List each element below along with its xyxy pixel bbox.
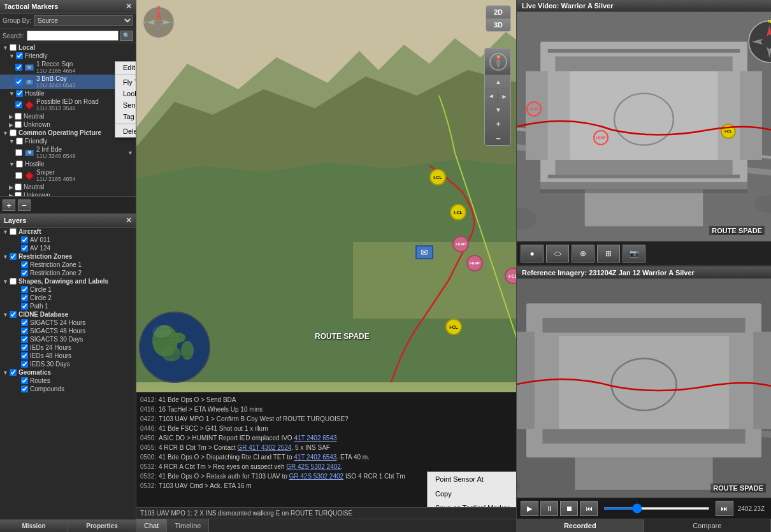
view-toggle[interactable]: 2D 3D [486,5,511,32]
av011-checkbox[interactable] [21,236,28,243]
tab-compare[interactable]: Compare [644,519,772,532]
cop-friendly-expand[interactable]: ▼ [9,138,15,145]
nav-up-btn[interactable]: ▲ [485,75,511,89]
local-hostile-expand[interactable]: ▼ [9,90,15,97]
shapes-checkbox[interactable] [10,278,17,285]
tree-local[interactable]: ▼ Local [0,43,136,52]
tree-cop-unknown[interactable]: ▶ Unknown [0,191,136,196]
log-link-3[interactable]: 41T 2402 6543 [294,454,336,461]
sigacts48-checkbox[interactable] [21,327,28,334]
layers-sigacts48[interactable]: ▶ SIGACTS 48 Hours [0,327,136,335]
local-hostile-checkbox[interactable] [16,90,23,97]
av124-checkbox[interactable] [21,245,28,252]
cop-hostile-checkbox[interactable] [16,161,23,168]
sigacts30-checkbox[interactable] [21,336,28,343]
nav-down-btn[interactable]: ▼ [485,103,511,117]
geomatics-checkbox[interactable] [10,369,17,376]
local-expand[interactable]: ▼ [3,45,8,51]
layers-restriction-zones[interactable]: ▼ Restriction Zones [0,252,136,261]
marker-iexp1[interactable]: I-EXP [452,236,469,252]
ied-checkbox[interactable] [15,101,22,108]
log-link-4[interactable]: GR 42S 5302 2402 [286,463,341,470]
local-unknown-expand[interactable]: ▶ [9,122,13,128]
restriction-zones-checkbox[interactable] [10,253,17,260]
layers-shapes[interactable]: ▼ Shapes, Drawings and Labels [0,277,136,285]
local-unknown-checkbox[interactable] [15,121,22,128]
layers-compounds[interactable]: ▶ Compounds [0,385,136,393]
layers-close[interactable]: ✕ [126,216,132,225]
vid-play-btn[interactable]: ▶ [521,501,538,516]
cop-hostile-expand[interactable]: ▼ [9,161,15,168]
sensor-btn-circle[interactable]: ● [521,245,544,262]
sensor-btn-crosshair[interactable]: ⊕ [572,245,594,262]
marker-icl2[interactable]: I-CL [450,204,466,220]
sat-marker-icl[interactable]: I-CL [721,124,736,139]
sat-marker-iexp1[interactable]: I-EXP [526,101,542,117]
search-input[interactable] [27,31,119,41]
cop-friendly-checkbox[interactable] [16,138,23,145]
layers-av011[interactable]: ▶ AV 011 [0,236,136,244]
sniper-checkbox[interactable] [15,172,22,179]
nav-zoom-out-btn[interactable]: − [485,131,511,145]
marker-icl3[interactable]: I-CL [505,268,516,284]
ctx-tag[interactable]: Tag [115,111,136,122]
layers-cidne[interactable]: ▼ CIDNE Database [0,310,136,319]
view-3d-btn[interactable]: 3D [486,18,510,31]
cidne-checkbox[interactable] [10,311,17,318]
cop-unknown-expand[interactable]: ▶ [9,192,13,197]
ctx-copy[interactable]: Copy [428,487,516,501]
cop-unknown-checkbox[interactable] [15,192,22,196]
log-link-1[interactable]: 41T 2402 6543 [294,435,336,442]
layers-geomatics[interactable]: ▼ Geomatics [0,368,136,377]
ctx-delete[interactable]: Delete... [115,126,136,137]
ctx-flyto[interactable]: Fly To [115,76,136,88]
cop-neutral-checkbox[interactable] [15,183,22,191]
cop-neutral-expand[interactable]: ▶ [9,184,13,191]
ieds24-checkbox[interactable] [21,344,28,351]
tree-item-infbde[interactable]: ✕ 2 Inf Bde 11U 3240 6549 ▼ [0,145,136,160]
local-checkbox[interactable] [10,44,17,51]
ctx-send[interactable]: Send to TACCOM... ▶ [115,99,136,111]
ieds48-checkbox[interactable] [21,352,28,359]
tab-timeline[interactable]: Timeline [167,519,209,532]
nav-left-btn[interactable]: ◄ [485,89,498,103]
rz1-checkbox[interactable] [21,261,28,268]
tab-properties[interactable]: Properties [68,520,136,532]
marker-icl1[interactable]: I-CL [429,169,446,185]
sensor-btn-grid[interactable]: ⊞ [597,245,620,262]
log-link-2[interactable]: GR 41T 4302 2524 [238,444,292,451]
local-friendly-checkbox[interactable] [16,52,23,59]
vid-stop-btn[interactable]: ⏹ [560,501,578,516]
remove-button[interactable]: − [18,199,31,211]
ieds30-checkbox[interactable] [21,361,28,368]
log-link-5[interactable]: GR 42S 5302 2402 [289,473,344,480]
tree-cop-hostile[interactable]: ▼ Hostile [0,160,136,168]
group-by-select[interactable]: Source [34,15,133,26]
tactical-markers-close[interactable]: ✕ [126,2,132,11]
layers-path1[interactable]: ▶ Path 1 [0,302,136,310]
tab-recorded[interactable]: Recorded [517,519,644,532]
layers-ieds48[interactable]: ▶ IEDs 48 Hours [0,352,136,360]
path1-checkbox[interactable] [21,303,28,310]
cop-expand[interactable]: ▼ [3,130,8,136]
circle2-checkbox[interactable] [21,294,28,301]
ctx-edit[interactable]: Edit... [115,62,136,73]
nav-zoom-in-btn[interactable]: + [485,117,511,131]
bnb-checkbox[interactable] [15,78,22,85]
vid-slider[interactable] [603,507,710,510]
tree-item-sniper[interactable]: Sniper 11U 2165 4654 [0,168,136,183]
tree-cop-neutral[interactable]: ▶ Neutral [0,183,136,191]
view-2d-btn[interactable]: 2D [486,6,510,18]
local-friendly-expand[interactable]: ▼ [9,53,15,59]
tab-chat[interactable]: Chat [136,519,167,532]
tree-local-friendly[interactable]: ▼ Friendly [0,52,136,60]
layers-rz1[interactable]: ▶ Restriction Zone 1 [0,261,136,269]
sensor-btn-camera[interactable]: 📷 [623,245,645,262]
nav-right-btn[interactable]: ► [498,89,510,103]
layers-ieds24[interactable]: ▶ IEDs 24 Hours [0,343,136,352]
infbde-expand-btn[interactable]: ▼ [127,150,133,156]
ctx-save-tactical[interactable]: Save as Tactical Marker... [428,501,516,507]
layers-circle2[interactable]: ▶ Circle 2 [0,294,136,302]
vid-rewind-btn[interactable]: ⏮ [580,501,598,516]
layers-aircraft[interactable]: ▼ Aircraft [0,227,136,236]
